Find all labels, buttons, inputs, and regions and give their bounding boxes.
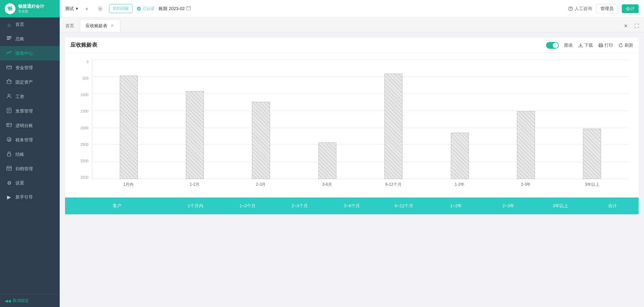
page-body: 应收账龄表 图表 下载 打印 刷 [60,32,644,307]
svg-text:税: 税 [8,138,11,141]
th-2-3year: 2~3年 [482,198,534,214]
chart-plot-area: 1月内 1-2月 2-3月 3-6月 6-12个月 1-2年 2-3年 3年以上 [92,60,629,187]
period-display: 账期 2023-02 [159,6,191,12]
calendar-icon[interactable] [186,6,191,11]
yaxis-2500: 2500 [80,175,89,179]
tab-aging-label: 应收账龄表 [86,23,107,29]
chart-xaxis: 1月内 1-2月 2-3月 3-6月 6-12个月 1-2年 2-3年 3年以上 [92,179,629,187]
bar-1month [120,76,138,179]
print-button[interactable]: 打印 [598,42,613,48]
refresh-button[interactable]: 刷新 [619,42,633,48]
sidebar-item-sales[interactable]: 进销台账 [0,118,60,133]
main-content: 测试 ▾ + 切到旧版 已认证 账期 2023-02 人工咨询 管理员 会计 [60,0,644,307]
switch-version-button[interactable]: 切到旧版 [109,4,132,13]
sales-icon [6,122,12,129]
sidebar-label-settings: 设置 [15,180,24,186]
sidebar-label-close: 结账 [15,151,24,158]
svg-rect-11 [7,123,11,127]
sidebar-label-home: 首页 [15,21,24,28]
assets-icon [6,79,12,85]
sidebar-label-tax: 税务管理 [15,137,33,143]
svg-rect-17 [7,166,11,168]
sidebar-item-settings[interactable]: ⚙ 设置 [0,176,60,190]
report-title: 应收账龄表 [70,42,546,49]
logo-name: 畅捷通好会计 [18,4,44,9]
topbar-right: 人工咨询 管理员 会计 [568,4,639,13]
bar-1-2month [186,91,204,179]
bar-group-7 [517,111,535,179]
report-header: 应收账龄表 图表 下载 打印 刷 [65,38,639,53]
period-value: 2023-02 [169,6,185,11]
bar-group-1 [120,76,138,179]
svg-point-21 [137,7,141,11]
logo-icon: 畅 [5,3,15,14]
xaxis-6-12month: 6-12个月 [384,182,402,187]
role-button[interactable]: 会计 [622,4,639,13]
chart-wrapper: 2500 2500 2500 2000 1500 1000 500 0 [78,60,629,187]
sidebar-item-payroll[interactable]: 工资 [0,89,60,104]
tabbar-actions: ✕ ⛶ [621,21,644,32]
th-1-2month: 1~2个月 [221,198,273,214]
chart-label: 图表 [564,42,573,48]
xaxis-1-2year: 1-2年 [450,182,469,187]
svg-rect-22 [186,6,191,10]
certified-label: 已认证 [143,6,155,11]
add-button[interactable]: + [82,4,92,13]
tab-close-button[interactable]: ✕ [621,21,631,31]
company-selector[interactable]: 测试 ▾ [65,6,78,12]
yaxis-2500c: 2500 [80,142,89,146]
chart-toggle[interactable] [546,42,559,49]
sidebar-item-guide[interactable]: ▶ 新手引导 [0,190,60,204]
th-customer: 客户 [65,198,169,214]
sidebar-pin-toggle[interactable]: ◀◀ 取消固定 [0,294,60,307]
bar-group-5 [384,74,402,179]
yaxis-0: 0 [87,60,89,64]
sidebar-item-archive[interactable]: 归档管理 [0,162,60,176]
yaxis-2500b: 2500 [80,159,89,163]
sidebar: 畅 畅捷通好会计 专业版 ⌂ 首页 总账 报表中心 [0,0,60,307]
svg-rect-3 [7,66,11,69]
archive-icon [6,166,12,172]
bar-6-12month [384,74,402,179]
close-accounts-icon [6,151,12,158]
chart-grid [92,60,629,179]
funds-icon [6,64,12,71]
support-button[interactable]: 人工咨询 [568,6,592,12]
sidebar-label-archive: 归档管理 [15,166,33,172]
sidebar-item-assets[interactable]: 固定资产 [0,75,60,89]
settings-button[interactable] [96,4,105,13]
download-button[interactable]: 下载 [578,42,593,48]
sidebar-label-sales: 进销台账 [15,123,33,129]
sidebar-item-close[interactable]: 结账 [0,147,60,162]
refresh-label: 刷新 [625,42,633,48]
bar-group-2 [186,91,204,179]
th-1-2year: 1~2年 [430,198,482,214]
guide-icon: ▶ [6,194,12,200]
th-total: 合计 [587,198,639,214]
sidebar-item-home[interactable]: ⌂ 首页 [0,17,60,32]
sidebar-item-ledger[interactable]: 总账 [0,32,60,46]
th-3-6month: 3~6个月 [326,198,378,214]
pin-icon: ◀◀ [5,299,11,303]
bar-3plus-year [583,129,601,179]
home-icon: ⌂ [6,22,12,28]
sidebar-item-reports[interactable]: 报表中心 [0,46,60,60]
sidebar-item-invoice[interactable]: 发票管理 [0,104,60,118]
tab-aging-close[interactable]: ✕ [109,23,115,29]
svg-point-6 [8,94,10,96]
pin-label: 取消固定 [13,298,29,304]
sidebar-item-tax[interactable]: 税 税务管理 [0,133,60,147]
user-button[interactable]: 管理员 [596,4,618,13]
svg-rect-5 [7,81,11,84]
bar-group-4 [318,142,336,179]
print-label: 打印 [604,42,613,48]
tab-aging[interactable]: 应收账龄表 ✕ [80,19,120,32]
tabbar: 首页 应收账龄表 ✕ ✕ ⛶ [60,17,644,32]
sidebar-label-assets: 固定资产 [15,79,33,85]
report-page: 应收账龄表 图表 下载 打印 刷 [60,32,644,214]
sidebar-item-funds[interactable]: 资金管理 [0,60,60,75]
xaxis-2-3month: 2-3月 [252,182,270,187]
xaxis-2-3year: 2-3年 [517,182,535,187]
tab-expand-button[interactable]: ⛶ [632,21,641,31]
tab-home[interactable]: 首页 [60,19,80,32]
